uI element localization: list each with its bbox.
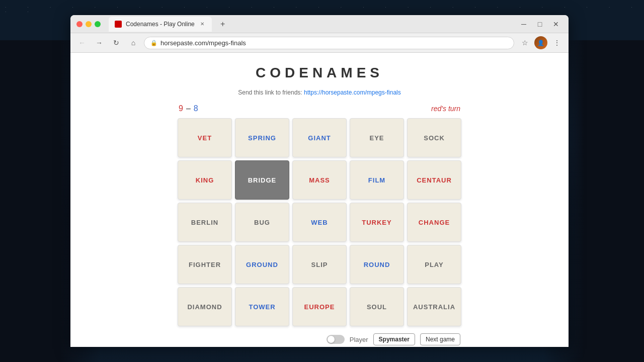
card-diamond[interactable]: DIAMOND — [178, 287, 232, 326]
card-ground[interactable]: GROUND — [235, 245, 289, 284]
browser-tab[interactable]: Codenames - Play Online ✕ — [109, 17, 212, 32]
share-prefix: Send this link to friends: — [238, 89, 302, 96]
toggle-knob — [328, 336, 335, 343]
score-display: 9 – 8 — [179, 104, 198, 113]
lock-icon: 🔒 — [150, 40, 157, 46]
card-mass[interactable]: MASS — [292, 160, 347, 200]
window-controls — [76, 21, 101, 27]
blue-score: 8 — [194, 104, 198, 113]
close-window-button[interactable] — [76, 21, 83, 27]
card-eye[interactable]: EYE — [350, 118, 404, 157]
home-button[interactable]: ⌂ — [127, 36, 140, 49]
menu-icon[interactable]: ⋮ — [550, 36, 564, 49]
toolbar-right: ☆ 👤 ⋮ — [518, 36, 564, 49]
back-button[interactable]: ← — [75, 36, 89, 49]
score-dash: – — [186, 104, 191, 113]
card-bug[interactable]: BUG — [235, 203, 289, 242]
next-game-button[interactable]: Next game — [420, 333, 460, 345]
card-tower[interactable]: TOWER — [235, 287, 289, 326]
card-soul[interactable]: SOUL — [350, 287, 404, 326]
card-europe[interactable]: EUROPE — [292, 287, 347, 326]
card-spring[interactable]: SPRING — [235, 118, 289, 157]
profile-icon[interactable]: 👤 — [534, 36, 547, 49]
card-fighter[interactable]: FIGHTER — [178, 245, 232, 284]
new-tab-button[interactable]: + — [216, 17, 230, 31]
player-label: Player — [350, 336, 368, 343]
spymaster-button[interactable]: Spymaster — [373, 333, 415, 345]
card-change[interactable]: CHANGE — [407, 203, 461, 242]
card-centaur[interactable]: CENTAUR — [407, 160, 461, 200]
reload-button[interactable]: ↻ — [110, 36, 123, 49]
restore-icon[interactable]: □ — [533, 18, 546, 31]
url-text: horsepaste.com/mpegs-finals — [160, 39, 246, 47]
tab-close-button[interactable]: ✕ — [199, 21, 206, 28]
minimize-icon[interactable]: ─ — [517, 18, 530, 31]
game-status: 9 – 8 red's turn — [179, 104, 460, 113]
card-king[interactable]: KING — [178, 160, 232, 200]
title-bar: Codenames - Play Online ✕ + ─ □ ✕ — [70, 15, 569, 33]
card-web[interactable]: WEB — [292, 203, 347, 242]
forward-button[interactable]: → — [93, 36, 106, 49]
minimize-window-button[interactable] — [86, 21, 92, 27]
red-score: 9 — [179, 104, 183, 113]
card-turkey[interactable]: TURKEY — [350, 203, 404, 242]
card-australia[interactable]: AUSTRALIA — [407, 287, 461, 326]
turn-indicator: red's turn — [431, 105, 460, 113]
toolbar: ← → ↻ ⌂ 🔒 horsepaste.com/mpegs-finals ☆ … — [70, 33, 569, 53]
maximize-window-button[interactable] — [95, 21, 101, 27]
card-play[interactable]: PLAY — [407, 245, 461, 284]
card-film[interactable]: FILM — [350, 160, 404, 200]
bookmark-star-icon[interactable]: ☆ — [518, 36, 531, 49]
page-content: CODENAMES Send this link to friends: htt… — [70, 53, 569, 347]
card-berlin[interactable]: BERLIN — [178, 203, 232, 242]
player-spymaster-toggle[interactable] — [327, 335, 345, 344]
card-sock[interactable]: SOCK — [407, 118, 461, 157]
close-icon[interactable]: ✕ — [549, 18, 562, 31]
card-vet[interactable]: VET — [178, 118, 232, 157]
tab-title: Codenames - Play Online — [126, 21, 195, 28]
tab-favicon — [115, 21, 122, 28]
card-slip[interactable]: SLIP — [292, 245, 347, 284]
browser-window: Codenames - Play Online ✕ + ─ □ ✕ ← → ↻ … — [70, 15, 569, 347]
page-title: CODENAMES — [256, 65, 383, 81]
address-bar[interactable]: 🔒 horsepaste.com/mpegs-finals — [144, 37, 514, 49]
bottom-controls: Player Spymaster Next game — [179, 333, 460, 345]
card-round[interactable]: ROUND — [350, 245, 404, 284]
share-url-link[interactable]: https://horsepaste.com/mpegs-finals — [304, 89, 401, 96]
card-bridge[interactable]: BRIDGE — [235, 160, 289, 200]
share-link-section: Send this link to friends: https://horse… — [238, 89, 401, 96]
card-giant[interactable]: GIANT — [292, 118, 347, 157]
card-grid: VETSPRINGGIANTEYESOCKKINGBRIDGEMASSFILMC… — [178, 118, 461, 326]
